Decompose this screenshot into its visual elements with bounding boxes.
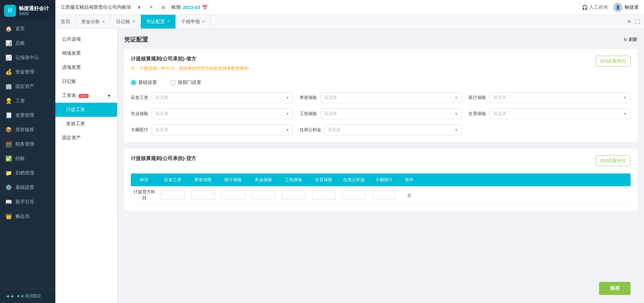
calendar-icon[interactable]: 📅 [202, 5, 208, 10]
input-pension[interactable] [191, 190, 215, 200]
select-unemploy[interactable]: 请选择 ▼ [152, 108, 293, 119]
menu-item-salary-table[interactable]: 工资表 NEW ▾ [55, 89, 117, 103]
td-gross-input[interactable] [158, 186, 188, 204]
table-row: 计提贷方科目 🗑 [131, 186, 631, 204]
expand-btn[interactable]: ⛶ [635, 19, 640, 25]
td-housing-input[interactable] [339, 186, 369, 204]
debit-auto-match-btn[interactable]: 自动匹配科目 [596, 56, 631, 66]
delete-row-icon[interactable]: 🗑 [407, 192, 412, 198]
menu-item-public[interactable]: 公共选项 [55, 32, 117, 46]
select-gross[interactable]: 请选择 ▼ [152, 92, 293, 103]
add-btn[interactable]: + [147, 3, 155, 11]
tab-home[interactable]: 首页 [55, 15, 76, 29]
sidebar-label-archive: 归档管理 [15, 170, 34, 176]
sidebar-label-member: 畅会员 [15, 213, 30, 219]
menu-item-sales-invoice[interactable]: 销项发票 [55, 46, 117, 60]
sidebar-item-salary[interactable]: 👷 工资 [0, 94, 55, 108]
sidebar-label-settings: 基础设置 [15, 185, 34, 191]
td-unemploy-input[interactable] [248, 186, 278, 204]
menu-item-pay-salary[interactable]: 发放工资 [55, 117, 117, 131]
refresh-btn[interactable]: ↻ 刷新 [624, 37, 637, 43]
sidebar-item-archive[interactable]: 📁 归档管理 [0, 166, 55, 180]
member-icon: 👑 [5, 213, 12, 219]
radio-dept-circle [170, 80, 176, 85]
input-bigmed[interactable] [372, 190, 396, 200]
sidebar-item-guide[interactable]: 📖 新手引导 [0, 195, 55, 209]
logo-text: 畅捷通好会计 [19, 5, 49, 11]
td-medical-input[interactable] [218, 186, 248, 204]
service-btn[interactable]: 🎧 人工咨询 [582, 4, 608, 10]
menu-item-fixed-assets[interactable]: 固定资产 [55, 131, 117, 145]
credit-table: 科目 应发工资 养老保险 医疗保险 失业保险 工伤保险 生育保险 住房公积金 大… [131, 173, 631, 204]
sidebar-item-close[interactable]: ✅ 结账 [0, 151, 55, 166]
select-unemploy-placeholder: 请选择 [155, 111, 168, 117]
select-housing-placeholder: 请选择 [328, 127, 341, 133]
sidebar-nav: 🏠 首页 📊 总账 📈 云报表中心 💰 资金管理 🏢 固定资产 👷 工资 🧾 发… [0, 19, 55, 289]
td-maternity-input[interactable] [309, 186, 339, 204]
credit-auto-match-btn[interactable]: 自动匹配科目 [596, 155, 631, 166]
sidebar-item-member[interactable]: 👑 畅会员 [0, 209, 55, 223]
guide-icon: 📖 [5, 199, 12, 205]
form-item-pension: 养老保险 请选择 ▼ [300, 92, 462, 103]
tab-fund-analysis[interactable]: 资金分析 ✕ [76, 15, 111, 29]
menu-item-accrual[interactable]: 计提工资 [55, 103, 117, 117]
input-medical[interactable] [221, 190, 245, 200]
select-medical[interactable]: 请选择 ▼ [489, 92, 631, 103]
select-pension[interactable]: 请选择 ▼ [320, 92, 462, 103]
tab-tax-close[interactable]: ✕ [202, 19, 205, 24]
td-workinjury-input[interactable] [278, 186, 309, 204]
tab-voucher-close[interactable]: ✕ [167, 19, 170, 24]
credit-section: 计提核算规则(公司承担)-贷方 自动匹配科目 科目 应发工资 养老保险 医疗保险… [124, 149, 637, 211]
sidebar-item-tax[interactable]: 🧮 税务管理 [0, 137, 55, 151]
radio-row: 基础设置 按部门设置 [131, 80, 631, 86]
td-subject-label: 计提贷方科目 [131, 186, 158, 204]
td-pension-input[interactable] [188, 186, 218, 204]
td-action[interactable]: 🗑 [399, 186, 419, 204]
settings-gear-btn[interactable]: ⚙ [159, 3, 167, 11]
save-button[interactable]: 保存 [599, 282, 631, 295]
sidebar-item-invoice[interactable]: 🧾 发票管理 [0, 108, 55, 122]
page-title-row: 凭证配置 ↻ 刷新 [124, 36, 637, 44]
menu-item-purchase-invoice[interactable]: 进项发票 [55, 60, 117, 74]
td-bigmed-input[interactable] [369, 186, 399, 204]
select-gross-placeholder: 请选择 [155, 95, 168, 101]
sidebar-item-inventory[interactable]: 📦 库存核算 [0, 122, 55, 137]
tab-journal[interactable]: 日记账 ✕ [111, 15, 141, 29]
sidebar-item-ledger[interactable]: 📊 总账 [0, 36, 55, 50]
select-unemploy-arrow: ▼ [285, 112, 289, 116]
th-medical: 医疗保险 [218, 173, 248, 186]
select-bigmed-arrow: ▼ [285, 128, 289, 132]
label-medical: 医疗保险 [469, 95, 487, 101]
close-window-btn[interactable]: ✕ [627, 18, 631, 25]
sidebar-item-reports[interactable]: 📈 云报表中心 [0, 50, 55, 65]
input-gross[interactable] [161, 190, 184, 200]
select-workinjury[interactable]: 请选择 ▼ [320, 108, 462, 119]
input-workinjury[interactable] [282, 190, 305, 200]
select-workinjury-placeholder: 请选择 [324, 111, 337, 117]
input-maternity[interactable] [312, 190, 335, 200]
input-unemploy[interactable] [252, 190, 275, 200]
sidebar-item-home[interactable]: 🏠 首页 [0, 21, 55, 36]
sidebar-item-settings[interactable]: ⚙️ 基础设置 [0, 180, 55, 195]
select-housing[interactable]: 请选择 ▼ [324, 124, 462, 135]
radio-basic[interactable]: 基础设置 [131, 80, 157, 86]
select-bigmed[interactable]: 请选择 ▼ [152, 124, 293, 135]
menu-item-journal[interactable]: 日记账 [55, 74, 117, 89]
select-maternity[interactable]: 请选择 ▼ [489, 108, 631, 119]
company-dropdown-btn[interactable]: ▼ [135, 3, 143, 11]
sidebar-item-funds[interactable]: 💰 资金管理 [0, 65, 55, 79]
input-housing[interactable] [342, 190, 366, 200]
tab-tax-report[interactable]: 个税申报 ✕ [176, 15, 211, 29]
tab-journal-close[interactable]: ✕ [132, 19, 135, 24]
radio-department[interactable]: 按部门设置 [170, 80, 201, 86]
label-bigmed: 大额医疗 [131, 127, 149, 133]
sidebar-item-assets[interactable]: 🏢 固定资产 [0, 79, 55, 94]
select-gross-arrow: ▼ [285, 96, 289, 100]
tab-fund-close[interactable]: ✕ [102, 19, 105, 24]
settings-icon: ⚙️ [5, 184, 12, 191]
table-header: 科目 应发工资 养老保险 医疗保险 失业保险 工伤保险 生育保险 住房公积金 大… [131, 173, 631, 186]
user-menu[interactable]: 👤 畅捷通 [613, 3, 639, 12]
sidebar-pin-toggle[interactable]: ◄◄ ◄◄ 取消固定 [0, 289, 55, 303]
tab-voucher-config[interactable]: 凭证配置 ✕ [141, 15, 176, 29]
sidebar-label-reports: 云报表中心 [15, 55, 39, 61]
